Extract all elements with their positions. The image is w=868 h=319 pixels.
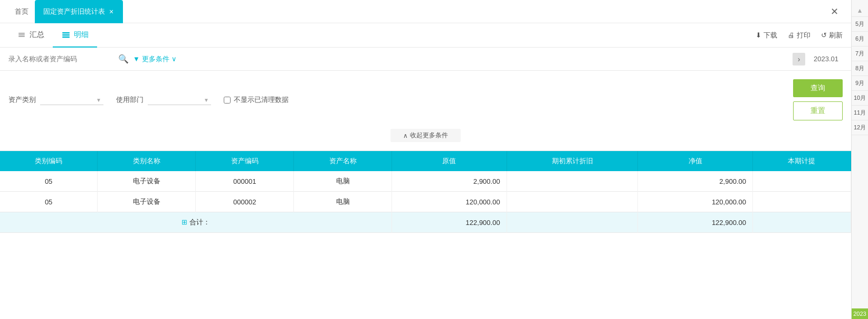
list-icon	[61, 30, 71, 40]
total-net-value: 122,900.00	[638, 212, 753, 233]
cell-asset-name: 电脑	[294, 171, 392, 192]
filter-bar: 🔍 ▼ 更多条件 ∨ › 2023.01	[0, 48, 851, 71]
sidebar-month-item[interactable]: 5月	[852, 17, 869, 32]
svg-rect-4	[62, 34, 70, 36]
reset-button[interactable]: 重置	[793, 101, 843, 120]
department-filter: 使用部门 ▼	[116, 95, 211, 105]
total-label: 合计：	[189, 218, 210, 226]
total-original-value: 122,900.00	[392, 212, 507, 233]
sidebar-month-item[interactable]: 12月	[852, 120, 869, 135]
col-header-original-value: 原值	[392, 151, 507, 171]
table-row: 05 电子设备 000001 电脑 2,900.00 2,900.00	[0, 171, 851, 192]
svg-rect-1	[18, 34, 25, 35]
sidebar-month-item[interactable]: 7月	[852, 46, 869, 61]
date-display: 2023.01	[809, 55, 843, 63]
sidebar-month-item[interactable]: 6月	[852, 32, 869, 46]
cell-accumulated-dep	[507, 171, 638, 192]
download-icon: ⬇	[756, 31, 761, 39]
tab-label: 固定资产折旧统计表	[43, 7, 105, 16]
data-table: 类别编码 类别名称 资产编码 资产名称 原值 期初累计折旧 净值 本期计提 05…	[0, 151, 851, 233]
cell-asset-name: 电脑	[294, 192, 392, 212]
sidebar-month-item[interactable]: 11月	[852, 106, 869, 120]
total-accumulated-dep	[507, 212, 638, 233]
toolbar-actions: ⬇ 下载 🖨 打印 ↺ 刷新	[756, 31, 843, 40]
download-button[interactable]: ⬇ 下载	[756, 31, 777, 40]
table-total-row: ⊞ 合计： 122,900.00 122,900.00	[0, 212, 851, 233]
cell-category-name: 电子设备	[98, 171, 196, 192]
print-button[interactable]: 🖨 打印	[788, 31, 810, 40]
total-label-cell: ⊞ 合计：	[0, 212, 392, 233]
tab-close-button[interactable]: ×	[108, 7, 115, 16]
cell-asset-code: 000002	[196, 192, 294, 212]
sidebar-up-button[interactable]: ▲	[852, 4, 869, 17]
cell-net-value: 2,900.00	[638, 171, 753, 192]
active-tab[interactable]: 固定资产折旧统计表 ×	[35, 0, 123, 23]
collapse-icon: ∧	[403, 132, 408, 139]
print-label: 打印	[797, 31, 810, 40]
cell-category-code: 05	[0, 192, 98, 212]
cell-original-value: 2,900.00	[392, 171, 507, 192]
tab-detail[interactable]: 明细	[53, 23, 97, 48]
cell-category-code: 05	[0, 171, 98, 192]
window-close-button[interactable]: ✕	[826, 4, 843, 20]
tab-summary[interactable]: 汇总	[8, 23, 53, 48]
advanced-filter-panel: 资产类别 ▼ 使用部门 ▼ 不显示已清理数	[0, 71, 851, 151]
collapse-more-section: ∧ 收起更多条件	[8, 127, 843, 146]
refresh-label: 刷新	[829, 31, 843, 40]
col-header-asset-code: 资产编码	[196, 151, 294, 171]
more-conditions-button[interactable]: ▼ 更多条件 ∨	[133, 54, 177, 64]
asset-type-select[interactable]	[40, 95, 103, 105]
sidebar-month-item[interactable]: 9月	[852, 76, 869, 91]
download-label: 下载	[764, 31, 777, 40]
col-header-asset-name: 资产名称	[294, 151, 392, 171]
search-button[interactable]: 🔍	[118, 54, 129, 64]
col-header-category-code: 类别编码	[0, 151, 98, 171]
col-header-current-dep: 本期计提	[752, 151, 851, 171]
search-input[interactable]	[8, 55, 114, 63]
sub-tabs-bar: 汇总 明细 ⬇ 下载 🖨 打印 ↺ 刷新	[0, 23, 851, 48]
hide-cleared-checkbox[interactable]	[224, 97, 231, 104]
collapse-more-button[interactable]: ∧ 收起更多条件	[390, 129, 461, 142]
refresh-button[interactable]: ↺ 刷新	[821, 31, 843, 40]
department-select[interactable]	[148, 95, 211, 105]
col-header-net-value: 净值	[638, 151, 753, 171]
summary-tab-label: 汇总	[30, 30, 44, 40]
layers-icon	[17, 30, 26, 40]
filter-buttons: 查询 重置	[793, 79, 843, 120]
total-current-dep	[752, 212, 851, 233]
top-nav: 首页 固定资产折旧统计表 × ✕	[0, 0, 851, 23]
cell-asset-code: 000001	[196, 171, 294, 192]
chevron-right-icon: ›	[798, 55, 800, 63]
asset-type-label: 资产类别	[8, 95, 36, 105]
department-label: 使用部门	[116, 95, 144, 105]
svg-rect-0	[18, 33, 25, 34]
chevron-down-icon: ∨	[171, 55, 177, 63]
right-sidebar: ▲ 5月6月7月8月9月10月11月12月 2023	[851, 0, 868, 319]
collapse-label: 收起更多条件	[410, 131, 448, 140]
year-badge[interactable]: 2023	[852, 308, 869, 319]
query-button[interactable]: 查询	[793, 79, 843, 97]
sidebar-month-item[interactable]: 8月	[852, 61, 869, 76]
search-icon: 🔍	[118, 54, 129, 63]
detail-tab-label: 明细	[74, 30, 89, 40]
svg-rect-5	[62, 36, 70, 38]
svg-rect-3	[62, 32, 70, 34]
cell-original-value: 120,000.00	[392, 192, 507, 212]
hide-cleared-checkbox-item: 不显示已清理数据	[224, 95, 289, 105]
data-table-wrapper: 类别编码 类别名称 资产编码 资产名称 原值 期初累计折旧 净值 本期计提 05…	[0, 151, 851, 319]
cell-accumulated-dep	[507, 192, 638, 212]
print-icon: 🖨	[788, 31, 795, 39]
filter-icon: ▼	[133, 55, 140, 63]
cell-current-dep	[752, 192, 851, 212]
table-header-row: 类别编码 类别名称 资产编码 资产名称 原值 期初累计折旧 净值 本期计提	[0, 151, 851, 171]
asset-type-filter: 资产类别 ▼	[8, 95, 103, 105]
sidebar-month-item[interactable]: 10月	[852, 91, 869, 106]
table-row: 05 电子设备 000002 电脑 120,000.00 120,000.00	[0, 192, 851, 212]
svg-rect-2	[18, 36, 25, 37]
cell-net-value: 120,000.00	[638, 192, 753, 212]
col-header-category-name: 类别名称	[98, 151, 196, 171]
more-conditions-label: 更多条件	[142, 54, 169, 64]
collapse-sidebar-button[interactable]: ›	[793, 53, 805, 65]
home-nav[interactable]: 首页	[8, 7, 35, 16]
refresh-icon: ↺	[821, 31, 827, 39]
